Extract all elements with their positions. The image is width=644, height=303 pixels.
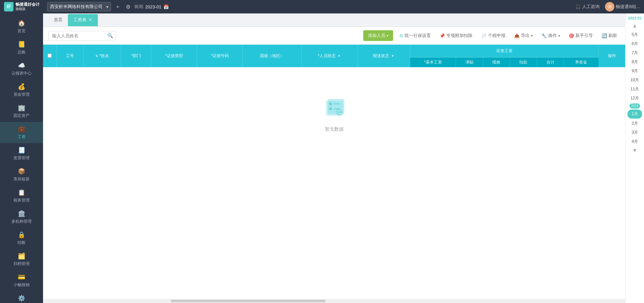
tab-close-button[interactable]: ✕	[88, 17, 92, 23]
special-deduction-action[interactable]: 📌 专项附加扣除	[437, 31, 475, 40]
sidebar-item-archive[interactable]: 🗂️ 归档管理	[0, 249, 43, 270]
calendar-next-button[interactable]: ▼	[631, 146, 639, 155]
cal-month-3[interactable]: 3月	[626, 128, 644, 137]
user-profile[interactable]: 用 畅捷通B组...	[605, 2, 640, 11]
multi-org-icon: 🏛️	[18, 210, 25, 217]
salary-group-header: 应发工资	[410, 45, 598, 57]
fixed-assets-icon: 🏢	[18, 104, 25, 112]
social-security-icon: ⚙	[399, 33, 403, 38]
search-input[interactable]	[48, 31, 116, 41]
period-label: 账期	[135, 4, 143, 10]
new-guide-action[interactable]: 🎯 新手引导	[566, 31, 596, 40]
sidebar-item-inventory[interactable]: 📦 库存核算	[0, 164, 43, 185]
sort-icon: ⇅	[96, 54, 98, 58]
sidebar-item-label: 小畅报销	[13, 282, 30, 288]
calendar-prev-button[interactable]: ▲	[631, 21, 639, 30]
home-icon: 🏠	[18, 19, 25, 27]
cal-month-6[interactable]: 6月	[626, 39, 644, 48]
country-header: 国籍（地区）	[243, 45, 301, 67]
base-salary-header: *基本工资	[410, 57, 456, 68]
refresh-action[interactable]: 🔄 刷新	[599, 31, 620, 40]
select-all-checkbox[interactable]	[47, 53, 52, 58]
sidebar-item-label: 固定资产	[13, 113, 30, 119]
cal-month-11[interactable]: 11月	[626, 85, 644, 94]
social-security-action[interactable]: ⚙ 统一社保设置	[396, 31, 433, 40]
export-dropdown-icon: ▾	[531, 34, 533, 38]
sidebar-item-multi-org[interactable]: 🏛️ 多机构管理	[0, 207, 43, 228]
cal-month-2[interactable]: 2月	[626, 119, 644, 128]
search-icon[interactable]: 🔍	[107, 33, 113, 38]
cal-month-10[interactable]: 10月	[626, 76, 644, 85]
user-avatar: 用	[605, 2, 614, 11]
cal-month-4[interactable]: 4月	[626, 137, 644, 146]
svg-rect-2	[329, 102, 332, 105]
cal-month-9[interactable]: 9月	[626, 67, 644, 76]
calendar-icon[interactable]: 📅	[163, 4, 169, 9]
close-book-icon: 🔒	[18, 231, 25, 239]
main-layout: 🏠 首页 📒 总账 ☁️ 云报表中心 💰 资金管理 🏢 固定资产 💼 工资 🧾 …	[0, 13, 644, 303]
sidebar: 🏠 首页 📒 总账 ☁️ 云报表中心 💰 资金管理 🏢 固定资产 💼 工资 🧾 …	[0, 13, 43, 303]
archive-icon: 🗂️	[18, 252, 25, 260]
export-icon: 📤	[514, 33, 520, 38]
sidebar-item-label: 发票管理	[13, 155, 30, 161]
checkbox-header[interactable]	[43, 45, 56, 67]
sidebar-item-cloud-report[interactable]: ☁️ 云报表中心	[0, 58, 43, 80]
empty-text: 暂无数据	[325, 126, 344, 132]
logo-icon: 好	[4, 2, 13, 11]
content-area: 首页 工资表 ✕ 🔍 添加人员 ▾ ⚙ 统一社保设置 📌	[43, 13, 625, 303]
sidebar-item-ledger[interactable]: 📒 总账	[0, 37, 43, 58]
settings-header-button[interactable]: ⚙	[124, 2, 132, 11]
cal-month-8[interactable]: 8月	[626, 57, 644, 67]
new-guide-icon: 🎯	[569, 33, 574, 38]
dept-header: *部门	[121, 45, 151, 67]
sidebar-item-settings[interactable]: ⚙️ 基础设置	[0, 291, 43, 303]
sidebar-item-home[interactable]: 🏠 首页	[0, 16, 43, 37]
cal-month-5[interactable]: 5月	[626, 30, 644, 39]
tab-home[interactable]: 首页	[48, 14, 68, 26]
fund-icon: 💰	[18, 83, 25, 90]
id-type-header: *证据类型	[151, 45, 197, 67]
sidebar-item-xiaochang[interactable]: 💳 小畅报销	[0, 270, 43, 291]
cal-month-7[interactable]: 7月	[626, 48, 644, 57]
action-header: 操作	[599, 45, 625, 67]
calendar-panel: 2023.01 ▲ 5月 6月 7月 8月 9月 10月 11月 12月 202…	[625, 13, 644, 303]
support-button[interactable]: 🎧 人工咨询	[575, 4, 600, 10]
status-filter-icon[interactable]: ▼	[337, 54, 341, 58]
table-scrollbar[interactable]	[43, 299, 625, 303]
sidebar-item-fund[interactable]: 💰 资金管理	[0, 80, 43, 101]
sidebar-item-salary[interactable]: 💼 工资	[0, 122, 43, 143]
salary-icon: 💼	[18, 125, 25, 133]
report-filter-icon[interactable]: ▼	[391, 54, 394, 58]
name-header: ⇅ *姓名	[83, 45, 121, 67]
export-action[interactable]: 📤 导出 ▾	[512, 31, 535, 40]
sidebar-item-tax[interactable]: 📋 税务管理	[0, 185, 43, 207]
cal-year-badge: 2023	[630, 103, 640, 109]
cal-month-1[interactable]: 1月	[628, 110, 642, 119]
deduction-header: 扣款	[510, 57, 537, 68]
headset-icon: 🎧	[575, 4, 581, 9]
id-number-header: *证据号码	[197, 45, 243, 67]
table-container[interactable]: 工号 ⇅ *姓名 *部门 *证据类型 *证据号码	[43, 45, 625, 299]
empty-illustration	[321, 94, 348, 121]
sidebar-item-label: 资金管理	[13, 92, 30, 97]
cal-month-12[interactable]: 12月	[626, 94, 644, 103]
sidebar-item-label: 云报表中心	[11, 71, 32, 76]
sidebar-item-label: 工资	[17, 134, 26, 140]
total-header: 合计	[537, 57, 564, 68]
sidebar-item-invoice[interactable]: 🧾 发票管理	[0, 143, 43, 164]
sidebar-item-fixed-assets[interactable]: 🏢 固定资产	[0, 101, 43, 122]
company-selector[interactable]: 西安虾米网络科技有限公司	[47, 2, 111, 11]
sidebar-item-close[interactable]: 🔒 结账	[0, 228, 43, 249]
tax-declaration-action[interactable]: 📄 个税申报	[479, 31, 508, 40]
svg-rect-3	[334, 103, 340, 104]
operations-action[interactable]: 🔧 操作 ▾	[539, 31, 563, 40]
tab-salary-table[interactable]: 工资表 ✕	[68, 14, 98, 26]
add-company-button[interactable]: ＋	[114, 2, 122, 12]
inventory-icon: 📦	[18, 168, 25, 175]
ledger-icon: 📒	[18, 41, 25, 48]
invoice-icon: 🧾	[18, 146, 25, 154]
add-person-button[interactable]: 添加人员 ▾	[363, 30, 393, 41]
operations-icon: 🔧	[541, 33, 547, 38]
scroll-thumb[interactable]	[171, 300, 326, 302]
sidebar-item-label: 首页	[17, 28, 26, 34]
